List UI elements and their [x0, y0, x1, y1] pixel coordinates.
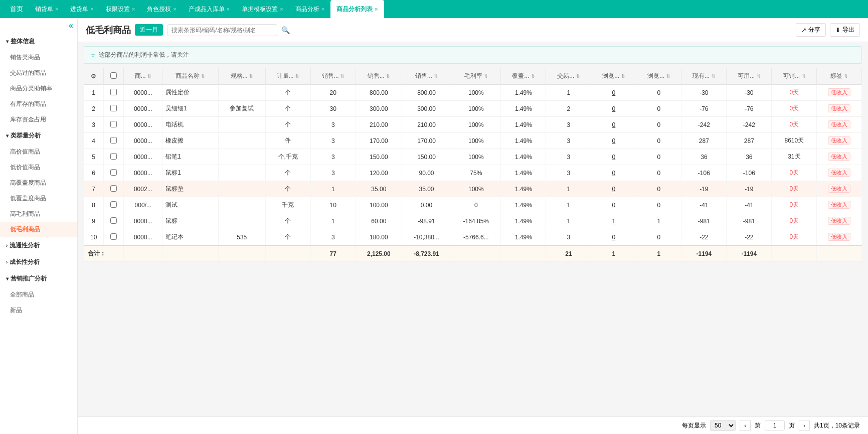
- row-browse1[interactable]: 0: [591, 133, 636, 149]
- sidebar-item-high-coverage[interactable]: 高覆盖度商品: [0, 175, 77, 191]
- export-button[interactable]: ⬇ 导出: [830, 23, 860, 37]
- sidebar-item-low-value[interactable]: 低价值商品: [0, 160, 77, 175]
- share-button[interactable]: ↗ 分享: [796, 23, 826, 37]
- row-browse1[interactable]: 0: [591, 149, 636, 165]
- sidebar-item-sales-goods[interactable]: 销售类商品: [0, 50, 77, 65]
- nav-purchase-order[interactable]: 进货单 ×: [64, 0, 99, 18]
- nav-product-analysis-list[interactable]: 商品分析列表 ×: [330, 0, 384, 18]
- col-sales-amount[interactable]: 销售... ⇅: [402, 68, 451, 85]
- nav-close-analysis-list[interactable]: ×: [375, 6, 378, 12]
- row-browse1[interactable]: 0: [591, 165, 636, 181]
- row-name[interactable]: 电话机: [162, 117, 219, 133]
- row-checkbox[interactable]: [104, 197, 124, 213]
- row-checkbox[interactable]: [104, 85, 124, 101]
- row-browse1[interactable]: 0: [591, 85, 636, 101]
- row-checkbox[interactable]: [104, 133, 124, 149]
- row-browse1[interactable]: 0: [591, 181, 636, 197]
- sidebar-section-cluster[interactable]: ▾ 类群量分析: [0, 127, 77, 144]
- row-name[interactable]: 吴细细1: [162, 101, 219, 117]
- nav-product-entry[interactable]: 产成品入库单 ×: [183, 0, 236, 18]
- row-checkbox[interactable]: [104, 101, 124, 117]
- col-browse1[interactable]: 浏览... ⇅: [591, 68, 636, 85]
- per-page-select[interactable]: 50 20 100: [710, 420, 736, 431]
- col-tag[interactable]: 标签 ⇅: [817, 68, 862, 85]
- sidebar-item-new-goods[interactable]: 新品: [0, 303, 77, 318]
- col-settings[interactable]: ⚙: [84, 68, 104, 85]
- search-icon[interactable]: 🔍: [281, 26, 290, 34]
- sidebar-item-low-margin[interactable]: 低毛利商品: [0, 222, 77, 237]
- row-checkbox[interactable]: [104, 213, 124, 229]
- nav-close-template[interactable]: ×: [280, 6, 283, 12]
- nav-permission-settings[interactable]: 权限设置 ×: [100, 0, 141, 18]
- row-name[interactable]: 测试: [162, 197, 219, 213]
- row-browse1[interactable]: 0: [591, 101, 636, 117]
- row-browse1[interactable]: 0: [591, 197, 636, 213]
- sidebar-item-stock-capital[interactable]: 库存资金占用: [0, 112, 77, 127]
- row-select-checkbox[interactable]: [110, 89, 117, 95]
- nav-product-analysis[interactable]: 商品分析 ×: [289, 0, 330, 18]
- prev-page-btn[interactable]: ‹: [740, 420, 751, 431]
- col-sellable[interactable]: 可销... ⇅: [772, 68, 817, 85]
- row-name[interactable]: 鼠标垫: [162, 181, 219, 197]
- nav-sales-order[interactable]: 销货单 ×: [29, 0, 64, 18]
- col-coverage[interactable]: 覆盖... ⇅: [501, 68, 546, 85]
- nav-close-role[interactable]: ×: [173, 6, 176, 12]
- row-checkbox[interactable]: [104, 229, 124, 246]
- row-select-checkbox[interactable]: [110, 105, 117, 111]
- col-code[interactable]: 商... ⇅: [124, 68, 162, 85]
- row-checkbox[interactable]: [104, 165, 124, 181]
- col-spec[interactable]: 规格... ⇅: [218, 68, 265, 85]
- col-transaction[interactable]: 交易... ⇅: [546, 68, 591, 85]
- row-select-checkbox[interactable]: [110, 121, 117, 127]
- row-select-checkbox[interactable]: [110, 169, 117, 176]
- sidebar-collapse-btn[interactable]: «: [69, 21, 73, 30]
- row-browse1[interactable]: 0: [591, 229, 636, 246]
- col-available-stock[interactable]: 可用... ⇅: [727, 68, 772, 85]
- search-input[interactable]: [167, 24, 277, 36]
- nav-close-purchase[interactable]: ×: [90, 6, 93, 12]
- next-page-btn[interactable]: ›: [799, 420, 810, 431]
- row-select-checkbox[interactable]: [110, 217, 117, 224]
- sidebar-section-growth[interactable]: › 成长性分析: [0, 254, 77, 270]
- row-name[interactable]: 铅笔1: [162, 149, 219, 165]
- sidebar-item-high-value[interactable]: 高价值商品: [0, 144, 77, 160]
- sidebar-item-high-margin[interactable]: 高毛利商品: [0, 206, 77, 222]
- nav-close-permission[interactable]: ×: [132, 6, 135, 12]
- sidebar-section-overall[interactable]: ▾ 整体信息: [0, 33, 77, 50]
- sidebar-item-traded-goods[interactable]: 交易过的商品: [0, 65, 77, 81]
- row-checkbox[interactable]: [104, 149, 124, 165]
- row-browse1[interactable]: 1: [591, 213, 636, 229]
- sidebar-section-marketing[interactable]: ▾ 营销推广分析: [0, 270, 77, 287]
- sidebar-item-all-goods[interactable]: 全部商品: [0, 287, 77, 303]
- row-name[interactable]: 笔记本: [162, 229, 219, 246]
- col-sales-qty[interactable]: 销售... ⇅: [310, 68, 356, 85]
- row-name[interactable]: 鼠标1: [162, 165, 219, 181]
- sidebar-item-stock-goods[interactable]: 有库存的商品: [0, 96, 77, 112]
- row-checkbox[interactable]: [104, 181, 124, 197]
- col-gross-margin[interactable]: 毛利率 ⇅: [451, 68, 501, 85]
- filter-recent-month-btn[interactable]: 近一月: [135, 24, 163, 36]
- row-select-checkbox[interactable]: [110, 201, 117, 208]
- row-select-checkbox[interactable]: [110, 153, 117, 160]
- row-name[interactable]: 橡皮擦: [162, 133, 219, 149]
- row-select-checkbox[interactable]: [110, 185, 117, 192]
- row-browse1[interactable]: 0: [591, 117, 636, 133]
- nav-template-settings[interactable]: 单据模板设置 ×: [236, 0, 289, 18]
- row-name[interactable]: 属性定价: [162, 85, 219, 101]
- sidebar-section-liquidity[interactable]: › 流通性分析: [0, 237, 77, 254]
- row-select-checkbox[interactable]: [110, 233, 117, 240]
- col-browse2[interactable]: 浏览... ⇅: [636, 68, 681, 85]
- row-checkbox[interactable]: [104, 117, 124, 133]
- row-name[interactable]: 鼠标: [162, 213, 219, 229]
- row-select-checkbox[interactable]: [110, 137, 117, 143]
- col-sales-price[interactable]: 销售... ⇅: [356, 68, 402, 85]
- col-current-stock[interactable]: 现有... ⇅: [681, 68, 727, 85]
- nav-close-product[interactable]: ×: [227, 6, 230, 12]
- nav-home[interactable]: 首页: [4, 0, 29, 18]
- page-number-input[interactable]: [765, 420, 785, 430]
- col-name[interactable]: 商品名称 ⇅: [162, 68, 219, 85]
- sidebar-item-low-coverage[interactable]: 低覆盖度商品: [0, 191, 77, 206]
- sidebar-item-category-sales[interactable]: 商品分类助销率: [0, 81, 77, 96]
- col-unit[interactable]: 计量... ⇅: [265, 68, 310, 85]
- select-all-checkbox[interactable]: [110, 72, 117, 79]
